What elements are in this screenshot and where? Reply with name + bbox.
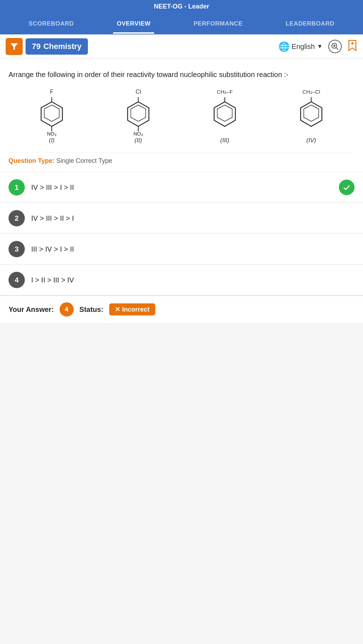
subject-badge: 79 Chemistry — [26, 38, 88, 55]
structure-II-top: Cl — [135, 89, 141, 95]
status-label: Status: — [79, 306, 104, 314]
option-number-1: 1 — [9, 179, 25, 196]
filter-left: 79 Chemistry — [6, 38, 88, 55]
options-container: 1 IV > III > I > II 2 IV > III > II > I … — [0, 172, 363, 296]
svg-marker-13 — [131, 105, 146, 121]
structure-IV-top: CH₂–Cl — [302, 89, 320, 95]
option-text-4: I > II > III > IV — [31, 276, 354, 284]
option-number-2: 2 — [9, 210, 25, 226]
structure-III-top: CH₂–F — [217, 89, 233, 95]
top-header: NEET-OG - Leader — [0, 0, 363, 13]
nav-leaderboard[interactable]: LEADERBOARD — [282, 14, 338, 34]
answer-footer: Your Answer: 4 Status: ✕ Incorrect — [0, 296, 363, 323]
svg-marker-18 — [217, 105, 232, 121]
language-button[interactable]: 🌐 English ▼ — [278, 41, 323, 52]
incorrect-icon: ✕ — [115, 306, 120, 313]
question-card: Arrange the following in order of their … — [0, 59, 363, 172]
your-answer-value: 4 — [60, 302, 74, 317]
structures-container: F NO₂ (I) Cl NO₂ (II) — [9, 89, 354, 144]
correct-icon — [339, 180, 354, 195]
status-value: Incorrect — [122, 306, 150, 313]
structure-IV: CH₂–Cl (IV) — [295, 89, 327, 144]
svg-marker-0 — [10, 43, 18, 50]
structure-IV-roman: (IV) — [306, 137, 316, 144]
chevron-down-icon: ▼ — [317, 43, 323, 50]
structure-II-roman: (II) — [135, 137, 142, 144]
option-text-2: IV > III > II > I — [31, 214, 354, 222]
bookmark-button[interactable] — [347, 40, 357, 54]
svg-text:NO₂: NO₂ — [134, 131, 143, 137]
nav-scoreboard[interactable]: SCOREBOARD — [25, 14, 78, 34]
language-label: English — [292, 43, 315, 51]
nav-overview[interactable]: OVERVIEW — [113, 14, 154, 34]
question-type: Question Type: Single Correct Type — [9, 153, 354, 165]
question-type-value: Single Correct Type — [56, 157, 112, 164]
nav-performance[interactable]: PERFORMANCE — [190, 14, 246, 34]
option-row-3[interactable]: 3 III > IV > I > II — [0, 234, 363, 265]
subject-label: Chemistry — [43, 42, 82, 51]
svg-line-2 — [336, 48, 338, 50]
filter-bar: 79 Chemistry 🌐 English ▼ — [0, 34, 363, 59]
structure-II: Cl NO₂ (II) — [122, 89, 154, 144]
question-text: Arrange the following in order of their … — [9, 69, 354, 80]
option-row-4[interactable]: 4 I > II > III > IV — [0, 265, 363, 296]
svg-text:NO₂: NO₂ — [47, 131, 57, 137]
header-title: NEET-OG - Leader — [154, 3, 209, 10]
filter-right: 🌐 English ▼ — [278, 40, 357, 54]
option-text-1: IV > III > I > II — [31, 183, 333, 192]
question-number: 79 — [32, 42, 40, 51]
nav-bar: SCOREBOARD OVERVIEW PERFORMANCE LEADERBO… — [0, 13, 363, 34]
option-row-1[interactable]: 1 IV > III > I > II — [0, 172, 363, 203]
your-answer-label: Your Answer: — [9, 306, 54, 314]
structure-I: F NO₂ (I) — [36, 89, 68, 144]
option-row-2[interactable]: 2 IV > III > II > I — [0, 203, 363, 234]
structure-I-top: F — [50, 89, 54, 95]
option-number-4: 4 — [9, 272, 25, 288]
option-number-3: 3 — [9, 241, 25, 257]
svg-marker-8 — [44, 105, 59, 121]
zoom-button[interactable] — [328, 40, 342, 53]
question-type-label: Question Type: — [9, 157, 55, 164]
option-text-3: III > IV > I > II — [31, 245, 354, 253]
structure-I-roman: (I) — [49, 137, 55, 144]
structure-III: CH₂–F (III) — [209, 89, 241, 144]
structure-III-roman: (III) — [220, 137, 229, 144]
svg-marker-21 — [304, 105, 319, 121]
status-badge: ✕ Incorrect — [109, 303, 155, 315]
filter-button[interactable] — [6, 38, 23, 55]
